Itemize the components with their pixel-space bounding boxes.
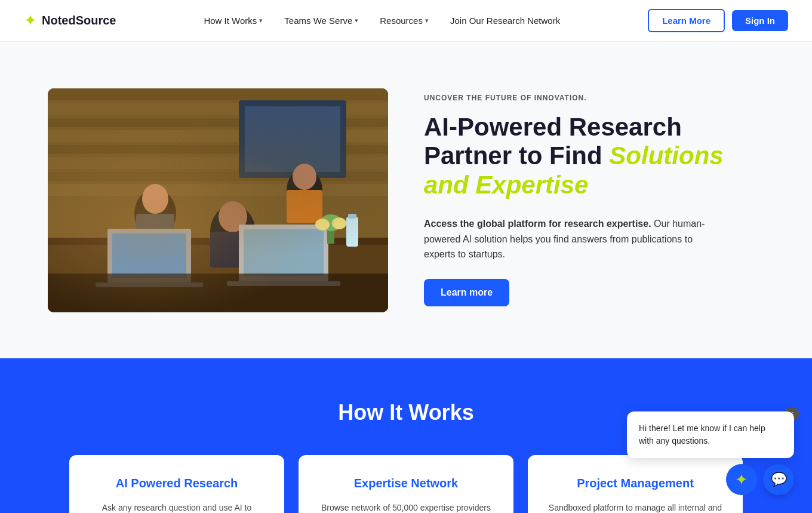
svg-point-16 bbox=[287, 169, 322, 211]
svg-rect-9 bbox=[239, 100, 346, 178]
svg-rect-6 bbox=[48, 157, 388, 169]
card-desc-expertise: Browse network of 50,000 expertise provi… bbox=[315, 501, 497, 513]
svg-point-13 bbox=[134, 189, 176, 239]
svg-rect-4 bbox=[48, 130, 388, 142]
chat-footer: ✦ 💬 bbox=[726, 464, 794, 495]
svg-rect-27 bbox=[227, 281, 340, 286]
svg-rect-15 bbox=[136, 214, 174, 244]
svg-rect-2 bbox=[48, 103, 388, 115]
hero-desc-bold: Access the global platform for research … bbox=[424, 219, 651, 229]
card-ai-powered-research: AI Powered Research Ask any research que… bbox=[69, 455, 284, 513]
nav-label-teams-we-serve: Teams We Serve bbox=[284, 16, 352, 26]
chat-widget: × Hi there! Let me know if I can help wi… bbox=[627, 411, 794, 495]
star-icon: ✦ bbox=[735, 471, 748, 489]
svg-rect-1 bbox=[48, 88, 388, 100]
card-desc-project: Sandboxed platform to manage all interna… bbox=[545, 501, 726, 513]
chat-avatar[interactable]: ✦ bbox=[726, 464, 757, 495]
sign-in-button[interactable]: Sign In bbox=[732, 10, 788, 31]
chat-icon: 💬 bbox=[771, 472, 787, 487]
svg-point-17 bbox=[293, 164, 316, 190]
nav-item-how-it-works[interactable]: How It Works ▾ bbox=[193, 0, 273, 42]
chevron-down-icon: ▾ bbox=[355, 17, 358, 24]
card-title-expertise: Expertise Network bbox=[315, 477, 497, 490]
svg-rect-12 bbox=[48, 238, 388, 245]
svg-rect-3 bbox=[48, 118, 388, 127]
svg-rect-11 bbox=[48, 241, 388, 312]
svg-rect-10 bbox=[245, 106, 340, 172]
svg-rect-25 bbox=[239, 225, 328, 281]
svg-point-19 bbox=[210, 205, 256, 259]
nav-item-join-research-network[interactable]: Join Our Research Network bbox=[439, 0, 571, 42]
hero-section: UNCOVER THE FUTURE OF INNOVATION. AI-Pow… bbox=[0, 42, 812, 358]
logo-text: NotedSource bbox=[42, 14, 116, 27]
chat-message: Hi there! Let me know if I can help with… bbox=[639, 423, 765, 446]
svg-point-32 bbox=[315, 219, 330, 231]
nav-item-teams-we-serve[interactable]: Teams We Serve ▾ bbox=[273, 0, 369, 42]
svg-rect-29 bbox=[348, 214, 356, 219]
svg-rect-0 bbox=[48, 88, 388, 312]
hero-illustration bbox=[48, 88, 388, 312]
svg-rect-24 bbox=[96, 282, 203, 287]
svg-rect-21 bbox=[210, 232, 256, 268]
svg-point-31 bbox=[320, 214, 342, 231]
svg-rect-28 bbox=[346, 217, 358, 247]
svg-rect-22 bbox=[107, 229, 191, 282]
hero-image bbox=[48, 88, 388, 312]
nav-label-join-research-network: Join Our Research Network bbox=[450, 16, 560, 26]
logo[interactable]: ✦ NotedSource bbox=[24, 11, 116, 30]
svg-rect-30 bbox=[327, 226, 334, 244]
chat-open-button[interactable]: 💬 bbox=[763, 464, 794, 495]
hero-title: AI-Powered Research Partner to Find Solu… bbox=[424, 113, 764, 199]
svg-point-20 bbox=[219, 201, 247, 232]
navbar: ✦ NotedSource How It Works ▾ Teams We Se… bbox=[0, 0, 812, 42]
hero-eyebrow: UNCOVER THE FUTURE OF INNOVATION. bbox=[424, 94, 764, 102]
chat-bubble-container: × Hi there! Let me know if I can help wi… bbox=[627, 411, 794, 458]
nav-actions: Learn More Sign In bbox=[648, 9, 788, 32]
svg-rect-8 bbox=[48, 184, 388, 196]
nav-links: How It Works ▾ Teams We Serve ▾ Resource… bbox=[193, 0, 571, 42]
chat-bubble: Hi there! Let me know if I can help with… bbox=[627, 411, 794, 458]
hero-content: UNCOVER THE FUTURE OF INNOVATION. AI-Pow… bbox=[388, 94, 764, 306]
svg-point-33 bbox=[332, 217, 346, 229]
hero-description: Access the global platform for research … bbox=[424, 216, 722, 262]
nav-item-resources[interactable]: Resources ▾ bbox=[369, 0, 439, 42]
hero-photo bbox=[48, 88, 388, 312]
card-title-ai: AI Powered Research bbox=[86, 477, 267, 490]
svg-rect-5 bbox=[48, 145, 388, 154]
logo-star-icon: ✦ bbox=[24, 11, 37, 30]
card-desc-ai: Ask any research question and use AI to … bbox=[86, 501, 267, 513]
learn-more-cta-button[interactable]: Learn more bbox=[424, 279, 509, 306]
chevron-down-icon: ▾ bbox=[259, 17, 263, 24]
svg-point-14 bbox=[142, 184, 168, 214]
nav-label-resources: Resources bbox=[380, 16, 423, 26]
svg-rect-7 bbox=[48, 172, 388, 181]
nav-label-how-it-works: How It Works bbox=[204, 16, 257, 26]
svg-rect-23 bbox=[112, 234, 186, 278]
svg-rect-34 bbox=[48, 274, 388, 312]
chevron-down-icon: ▾ bbox=[425, 17, 429, 24]
svg-rect-26 bbox=[244, 229, 324, 276]
learn-more-button[interactable]: Learn More bbox=[648, 9, 725, 32]
card-expertise-network: Expertise Network Browse network of 50,0… bbox=[299, 455, 513, 513]
svg-rect-18 bbox=[287, 190, 322, 223]
